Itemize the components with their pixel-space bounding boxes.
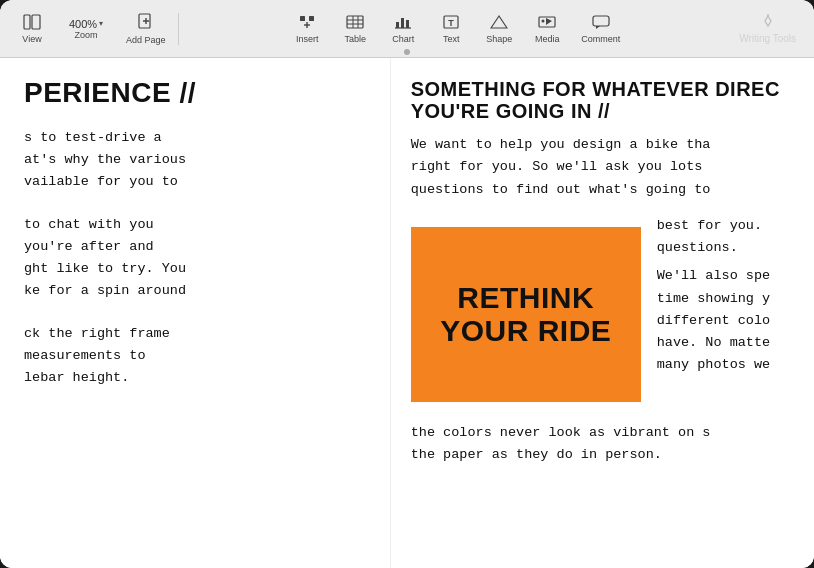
chart-label: Chart	[392, 34, 414, 44]
chart-button[interactable]: Chart	[381, 10, 425, 48]
toolbar-left-group: View 400% ▾ Zoom Add Page	[10, 9, 174, 49]
svg-rect-0	[24, 15, 30, 29]
svg-point-22	[542, 19, 545, 22]
insert-button[interactable]: Insert	[285, 10, 329, 48]
add-page-icon	[137, 13, 155, 34]
zoom-value: 400%	[69, 18, 97, 30]
insert-icon	[298, 14, 316, 33]
text-icon: T	[442, 14, 460, 33]
zoom-button[interactable]: 400% ▾ Zoom	[56, 14, 116, 44]
comment-label: Comment	[581, 34, 620, 44]
orange-box-line2: YOUR RIDE	[440, 314, 611, 347]
table-icon	[346, 14, 364, 33]
comment-button[interactable]: Comment	[573, 10, 628, 48]
right-column: SOMETHING FOR WHATEVER DIRECYOU'RE GOING…	[391, 58, 814, 568]
svg-text:T: T	[449, 18, 455, 28]
svg-rect-15	[401, 18, 404, 28]
media-button[interactable]: Media	[525, 10, 569, 48]
left-body-text: s to test-drive aat's why the variousvai…	[24, 127, 372, 390]
document-page: PERIENCE // s to test-drive aat's why th…	[0, 58, 814, 568]
svg-marker-20	[491, 16, 507, 28]
orange-box-text: RETHINK YOUR RIDE	[440, 281, 611, 347]
zoom-label: Zoom	[74, 30, 97, 40]
toolbar-center-group: Insert Table	[183, 10, 732, 48]
toolbar-right-group: Writing Tools	[731, 9, 804, 48]
left-heading: PERIENCE //	[24, 78, 372, 109]
orange-box: RETHINK YOUR RIDE	[411, 227, 641, 402]
svg-rect-24	[593, 16, 609, 26]
insert-label: Insert	[296, 34, 319, 44]
text-button[interactable]: T Text	[429, 10, 473, 48]
writing-tools-icon	[759, 13, 777, 32]
orange-box-line1: RETHINK	[457, 281, 594, 314]
float-section: RETHINK YOUR RIDE best for you.questions…	[411, 215, 796, 414]
zoom-chevron-icon: ▾	[99, 19, 103, 28]
text-label: Text	[443, 34, 460, 44]
view-label: View	[22, 34, 41, 44]
left-column: PERIENCE // s to test-drive aat's why th…	[0, 58, 391, 568]
svg-rect-9	[347, 16, 363, 28]
table-button[interactable]: Table	[333, 10, 377, 48]
media-label: Media	[535, 34, 560, 44]
right-body-text: We want to help you design a bike tharig…	[411, 134, 796, 466]
comment-icon	[592, 14, 610, 33]
chart-icon	[394, 14, 412, 33]
view-button[interactable]: View	[10, 10, 54, 48]
shape-label: Shape	[486, 34, 512, 44]
add-page-label: Add Page	[126, 35, 166, 45]
svg-rect-16	[406, 20, 409, 28]
svg-rect-6	[309, 16, 314, 21]
right-heading: SOMETHING FOR WHATEVER DIRECYOU'RE GOING…	[411, 78, 796, 122]
shape-button[interactable]: Shape	[477, 10, 521, 48]
add-page-button[interactable]: Add Page	[118, 9, 174, 49]
zoom-group: 400% ▾	[69, 18, 103, 30]
table-label: Table	[345, 34, 367, 44]
shape-icon	[490, 14, 508, 33]
svg-rect-1	[32, 15, 40, 29]
toolbar-separator-1	[178, 13, 179, 45]
svg-rect-5	[300, 16, 305, 21]
svg-rect-14	[396, 22, 399, 28]
media-icon	[538, 14, 556, 33]
svg-marker-23	[546, 18, 552, 25]
toolbar: View 400% ▾ Zoom Add Page	[0, 0, 814, 58]
view-icon	[23, 14, 41, 33]
writing-tools-label: Writing Tools	[739, 33, 796, 44]
app-window: View 400% ▾ Zoom Add Page	[0, 0, 814, 568]
right-float-text: best for you.questions. We'll also speti…	[657, 215, 796, 391]
scroll-indicator	[404, 49, 410, 55]
document-area: PERIENCE // s to test-drive aat's why th…	[0, 58, 814, 568]
writing-tools-button[interactable]: Writing Tools	[731, 9, 804, 48]
